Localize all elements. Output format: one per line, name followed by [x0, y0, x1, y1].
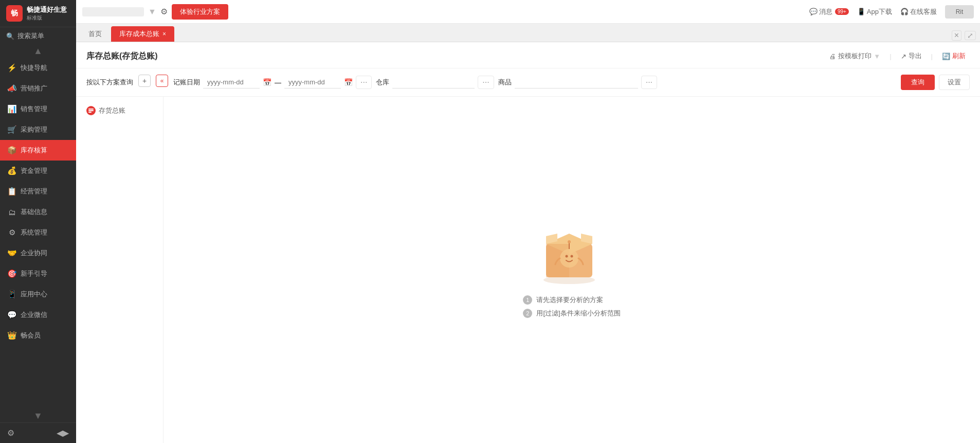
sidebar-scroll-up[interactable]: ▲ — [33, 46, 43, 57]
page-actions: 🖨 按模板打印 ▼ | ↗ 导出 | 🔄 刷新 — [825, 49, 970, 63]
topbar-settings-icon[interactable]: ⚙ — [160, 7, 168, 16]
filter-collapse-btn[interactable]: « — [156, 75, 168, 87]
sidebar-item-guide[interactable]: 🎯 新手引导 — [0, 263, 76, 284]
tab-inventory-ledger[interactable]: 库存成本总账 × — [111, 26, 174, 42]
filter-warehouse-group: 仓库 ··· — [376, 76, 494, 89]
warehouse-more-btn[interactable]: ··· — [478, 76, 494, 89]
sidebar-item-label: 销售管理 — [21, 104, 47, 114]
sidebar-item-label: 库存核算 — [21, 146, 47, 155]
svg-point-8 — [570, 255, 573, 257]
finance-icon: 💰 — [7, 166, 16, 175]
svg-rect-2 — [88, 112, 92, 113]
goods-input[interactable] — [515, 76, 638, 88]
sidebar-item-inventory[interactable]: 📦 库存核算 — [0, 140, 76, 161]
refresh-btn[interactable]: 🔄 刷新 — [938, 49, 970, 63]
industry-solution-btn[interactable]: 体验行业方案 — [172, 4, 228, 20]
filter-add-btn[interactable]: + — [138, 75, 151, 87]
empty-text: 1 请先选择要分析的方案 2 用[过滤]条件来缩小分析范围 — [523, 295, 620, 322]
topbar-online-support[interactable]: 🎧 在线客服 — [900, 7, 937, 16]
home-tab-label: 首页 — [88, 29, 102, 39]
empty-step-1: 1 请先选择要分析的方案 — [523, 295, 620, 305]
warehouse-field-label: 仓库 — [376, 78, 389, 87]
sidebar-item-marketing[interactable]: 📣 营销推广 — [0, 78, 76, 99]
sidebar-item-purchase[interactable]: 🛒 采购管理 — [0, 119, 76, 140]
export-btn[interactable]: ↗ 导出 — [897, 49, 926, 63]
query-btn[interactable]: 查询 — [901, 75, 935, 90]
print-icon: 🖨 — [829, 52, 836, 60]
sidebar-logo: 畅 畅捷通好生意 标准版 — [0, 0, 76, 27]
sidebar-item-system[interactable]: ⚙ 系统管理 — [0, 222, 76, 243]
warehouse-input[interactable] — [392, 76, 475, 88]
sidebar: 畅 畅捷通好生意 标准版 🔍 搜索菜单 ▲ ⚡ 快捷导航 📣 营销推广 📊 销售… — [0, 0, 76, 443]
panel-close-btn[interactable]: × — [952, 30, 961, 41]
refresh-icon: 🔄 — [942, 52, 950, 60]
sidebar-item-basic[interactable]: 🗂 基础信息 — [0, 202, 76, 222]
online-support-label: 在线客服 — [910, 7, 937, 16]
sidebar-scroll-down[interactable]: ▼ — [33, 411, 43, 421]
app-name: 畅捷通好生意 — [27, 6, 67, 14]
content: 库存总账(存货总账) 🖨 按模板打印 ▼ | ↗ 导出 | 🔄 刷新 — [76, 42, 980, 443]
sidebar-item-wechat[interactable]: 💬 企业微信 — [0, 305, 76, 325]
cooperation-icon: 🤝 — [7, 249, 16, 258]
date-end-input[interactable] — [284, 76, 341, 88]
topbar-messages[interactable]: 💬 消息 99+ — [809, 7, 849, 16]
calendar-start-icon[interactable]: 📅 — [263, 78, 271, 86]
actions-divider2: | — [931, 52, 933, 60]
search-icon: 🔍 — [6, 32, 14, 40]
date-range-separator: — — [275, 79, 281, 86]
calendar-end-icon[interactable]: 📅 — [344, 78, 353, 86]
topbar-breadcrumb — [82, 7, 144, 16]
member-icon: 👑 — [7, 331, 16, 340]
tab-close-icon[interactable]: × — [162, 30, 166, 38]
sidebar-item-app-center[interactable]: 📱 应用中心 — [0, 284, 76, 305]
svg-rect-1 — [88, 110, 94, 111]
settings-btn[interactable]: 设置 — [939, 75, 970, 90]
topbar-app-download[interactable]: 📱 App下载 — [857, 7, 892, 16]
sidebar-item-finance[interactable]: 💰 资金管理 — [0, 161, 76, 181]
sidebar-item-sales[interactable]: 📊 销售管理 — [0, 99, 76, 119]
topbar-right: 💬 消息 99+ 📱 App下载 🎧 在线客服 Rit — [809, 5, 974, 19]
marketing-icon: 📣 — [7, 84, 16, 93]
topbar: ▼ ⚙ 体验行业方案 💬 消息 99+ 📱 App下载 🎧 在线客服 Rit — [76, 0, 980, 24]
phone-icon: 📱 — [857, 8, 865, 15]
date-start-input[interactable] — [203, 76, 260, 88]
print-label: 按模板打印 — [838, 51, 872, 61]
tab-home[interactable]: 首页 — [80, 26, 110, 42]
svg-point-6 — [560, 249, 578, 268]
operations-icon: 📋 — [7, 187, 16, 196]
print-dropdown-icon: ▼ — [874, 52, 880, 60]
panel-expand-btn[interactable]: ⤢ — [965, 31, 976, 40]
app-logo-text: 畅捷通好生意 标准版 — [27, 6, 67, 21]
export-icon: ↗ — [901, 52, 906, 60]
sidebar-search[interactable]: 🔍 搜索菜单 — [0, 27, 76, 45]
filter-panel-item-ledger[interactable]: 存货总账 — [82, 103, 157, 118]
messages-badge: 99+ — [835, 8, 849, 15]
sidebar-collapse-btn[interactable]: ◀▶ — [57, 428, 69, 438]
sidebar-item-label: 基础信息 — [21, 207, 47, 217]
sidebar-settings-btn[interactable]: ⚙ — [7, 428, 14, 438]
main: ▼ ⚙ 体验行业方案 💬 消息 99+ 📱 App下载 🎧 在线客服 Rit — [76, 0, 980, 443]
actions-divider: | — [890, 52, 891, 60]
step-1-number: 1 — [523, 295, 532, 305]
step-1-text: 请先选择要分析的方案 — [536, 295, 603, 305]
date-more-btn[interactable]: ··· — [356, 76, 372, 89]
topbar-dropdown-icon[interactable]: ▼ — [148, 7, 156, 16]
sidebar-item-operations[interactable]: 📋 经营管理 — [0, 181, 76, 202]
app-logo-icon: 畅 — [6, 5, 23, 22]
sidebar-item-cooperation[interactable]: 🤝 企业协同 — [0, 243, 76, 263]
sidebar-nav: ⚡ 快捷导航 📣 营销推广 📊 销售管理 🛒 采购管理 📦 库存核算 💰 资金管… — [0, 58, 76, 410]
goods-more-btn[interactable]: ··· — [641, 76, 657, 89]
breadcrumb-placeholder — [82, 7, 144, 16]
sidebar-item-label: 畅会员 — [21, 331, 41, 340]
sidebar-item-label: 资金管理 — [21, 166, 47, 175]
filter-panel-item-label: 存货总账 — [99, 106, 125, 115]
app-center-icon: 📱 — [7, 290, 16, 299]
sidebar-item-quick-nav[interactable]: ⚡ 快捷导航 — [0, 58, 76, 78]
sidebar-item-member[interactable]: 👑 畅会员 — [0, 325, 76, 346]
empty-state: 1 请先选择要分析的方案 2 用[过滤]条件来缩小分析范围 — [523, 218, 620, 322]
print-btn[interactable]: 🖨 按模板打印 ▼ — [825, 49, 884, 63]
topbar-user-avatar[interactable]: Rit — [945, 5, 974, 19]
step-2-text: 用[过滤]条件来缩小分析范围 — [536, 309, 620, 318]
app-download-label: App下载 — [867, 7, 892, 16]
basic-icon: 🗂 — [7, 207, 16, 217]
